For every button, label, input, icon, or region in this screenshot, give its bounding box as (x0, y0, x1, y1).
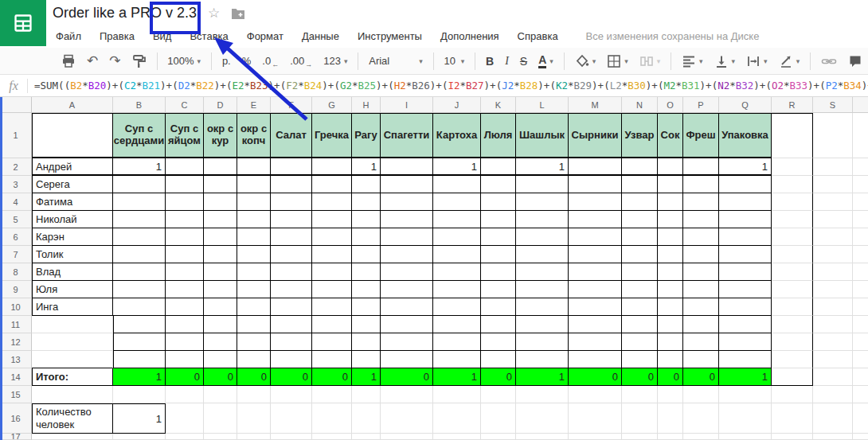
cell-M7[interactable] (569, 246, 622, 263)
cell-S11[interactable] (813, 316, 853, 333)
column-header-F[interactable]: F (271, 97, 312, 113)
cell-S15[interactable] (813, 386, 853, 403)
cell-K12[interactable] (481, 333, 516, 351)
cell-M3[interactable] (569, 176, 622, 193)
cell-O11[interactable] (658, 316, 683, 333)
cell-F8[interactable] (271, 263, 312, 281)
cell-F3[interactable] (271, 176, 312, 193)
move-to-folder-icon[interactable] (231, 7, 245, 19)
cell-E3[interactable] (237, 176, 271, 193)
cell-A10[interactable]: Инга (32, 298, 113, 316)
cell-R14[interactable] (772, 368, 813, 386)
cell-K3[interactable] (481, 176, 516, 193)
cell-S10[interactable] (813, 298, 853, 316)
cell-F4[interactable] (271, 193, 312, 211)
cell-J15[interactable] (433, 386, 481, 403)
cell-B1[interactable]: Суп с сердцами (113, 113, 166, 158)
cell-C11[interactable] (166, 316, 204, 333)
cell-N11[interactable] (622, 316, 658, 333)
row-header-7[interactable]: 7 (0, 246, 32, 263)
cell-C8[interactable] (166, 263, 204, 281)
cell-E6[interactable] (237, 228, 271, 246)
cell-E14[interactable]: 0 (237, 368, 271, 386)
cell-R7[interactable] (772, 246, 813, 263)
cell-B15[interactable] (113, 386, 166, 403)
cell-H7[interactable] (352, 246, 381, 263)
cell-E2[interactable] (237, 158, 271, 176)
cell-B7[interactable] (113, 246, 166, 263)
row-header-16[interactable]: 16 (0, 403, 32, 434)
cell-C9[interactable] (166, 281, 204, 298)
cell-J2[interactable]: 1 (433, 158, 481, 176)
cell-N2[interactable] (622, 158, 658, 176)
cell-C6[interactable] (166, 228, 204, 246)
cell-K9[interactable] (481, 281, 516, 298)
column-header-P[interactable]: P (683, 97, 719, 113)
cell-O9[interactable] (658, 281, 683, 298)
cell-K15[interactable] (481, 386, 516, 403)
cell-C15[interactable] (166, 386, 204, 403)
cell-Q6[interactable] (719, 228, 772, 246)
cell-M16[interactable] (569, 403, 622, 434)
redo-button[interactable]: ↷ (104, 51, 125, 72)
grid-corner[interactable] (0, 97, 32, 113)
row-header-12[interactable]: 12 (0, 333, 32, 351)
cell-L14[interactable]: 1 (516, 368, 569, 386)
cell-C14[interactable]: 0 (166, 368, 204, 386)
column-header-N[interactable]: N (622, 97, 658, 113)
cell-L3[interactable] (516, 176, 569, 193)
cell-H17[interactable] (352, 434, 381, 440)
cell-L7[interactable] (516, 246, 569, 263)
column-header-L[interactable]: L (516, 97, 569, 113)
cell-H5[interactable] (352, 211, 381, 228)
cell-R13[interactable] (772, 351, 813, 368)
cell-R2[interactable] (772, 158, 813, 176)
cell-J8[interactable] (433, 263, 481, 281)
cell-B9[interactable] (113, 281, 166, 298)
cell-M17[interactable] (569, 434, 622, 440)
cell-J13[interactable] (433, 351, 481, 368)
cell-F1[interactable]: Салат (271, 113, 312, 158)
cell-X13[interactable] (853, 351, 868, 368)
cell-H16[interactable] (352, 403, 381, 434)
menu-item-Справка[interactable]: Справка (514, 29, 561, 44)
cell-Q14[interactable]: 1 (719, 368, 772, 386)
cell-C2[interactable] (166, 158, 204, 176)
horizontal-align-button[interactable]: ▾ (677, 51, 708, 72)
menu-item-Инструменты[interactable]: Инструменты (354, 29, 425, 44)
zoom-select[interactable]: 100%▾ (162, 51, 205, 72)
cell-G8[interactable] (312, 263, 352, 281)
borders-button[interactable]: ▾ (602, 51, 633, 72)
cell-P7[interactable] (683, 246, 719, 263)
cell-L2[interactable]: 1 (516, 158, 569, 176)
column-header-C[interactable]: C (166, 97, 204, 113)
cell-R6[interactable] (772, 228, 813, 246)
cell-E15[interactable] (237, 386, 271, 403)
cell-G10[interactable] (312, 298, 352, 316)
cell-J7[interactable] (433, 246, 481, 263)
strikethrough-button[interactable]: S (515, 51, 532, 72)
cell-L15[interactable] (516, 386, 569, 403)
cell-F11[interactable] (271, 316, 312, 333)
cell-B2[interactable]: 1 (113, 158, 166, 176)
menu-item-Данные[interactable]: Данные (299, 29, 342, 44)
column-header-O[interactable]: O (658, 97, 683, 113)
cell-H12[interactable] (352, 333, 381, 351)
cell-G12[interactable] (312, 333, 352, 351)
cell-K5[interactable] (481, 211, 516, 228)
cell-I3[interactable] (381, 176, 433, 193)
cell-N10[interactable] (622, 298, 658, 316)
cell-P4[interactable] (683, 193, 719, 211)
cell-D16[interactable] (204, 403, 237, 434)
cell-Q11[interactable] (719, 316, 772, 333)
cell-X2[interactable] (853, 158, 868, 176)
cell-G17[interactable] (312, 434, 352, 440)
text-rotation-button[interactable]: ▾ (774, 51, 805, 72)
cell-P1[interactable]: Фреш (683, 113, 719, 158)
cell-X1[interactable] (853, 113, 868, 158)
cell-M4[interactable] (569, 193, 622, 211)
cell-D1[interactable]: окр с кур (204, 113, 237, 158)
cell-G11[interactable] (312, 316, 352, 333)
cell-J10[interactable] (433, 298, 481, 316)
font-size-select[interactable]: 10▾ (440, 51, 470, 72)
